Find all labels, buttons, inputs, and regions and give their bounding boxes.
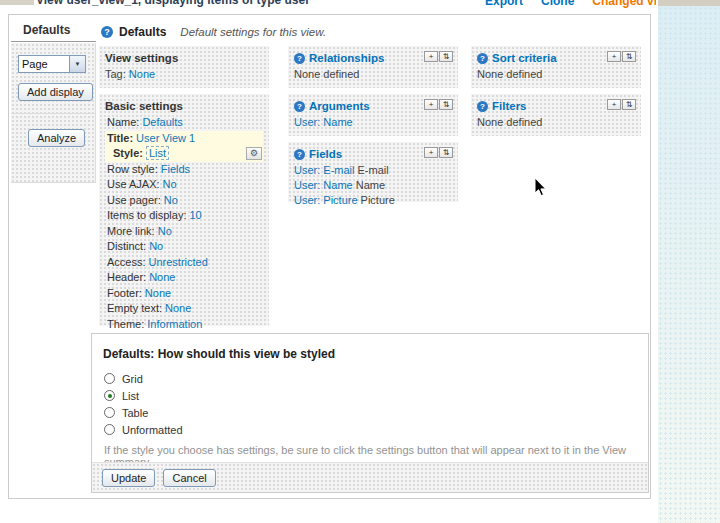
section-actions: + ⇅ (424, 99, 453, 110)
setting-row: Access:Unrestricted ⚙ (105, 255, 263, 271)
page-background-strip (658, 6, 720, 523)
section-sort-criteria: ? Sort criteria + ⇅ None defined (471, 46, 641, 88)
clone-link[interactable]: Clone (541, 0, 574, 8)
field-row: User: PicturePicture (294, 193, 452, 208)
setting-value-link[interactable]: Defaults (142, 116, 182, 128)
help-icon[interactable]: ? (294, 149, 305, 160)
setting-value-link[interactable]: User View 1 (136, 132, 195, 144)
section-fields: ? Fields + ⇅ User: E-mailE-mail User: Na… (288, 142, 458, 202)
cancel-button[interactable]: Cancel (163, 469, 215, 487)
empty-text: None defined (477, 67, 635, 82)
field-link[interactable]: User: Picture (294, 194, 358, 206)
setting-value-link[interactable]: None (145, 287, 171, 299)
tab-defaults-label: Defaults (23, 23, 70, 37)
style-option-label: Grid (122, 373, 143, 385)
setting-value-link[interactable]: None (165, 302, 191, 314)
add-icon[interactable]: + (607, 51, 621, 62)
setting-row: Footer:None ⚙ (105, 286, 263, 302)
export-link[interactable]: Export (485, 0, 523, 8)
setting-value-link[interactable]: No (163, 178, 177, 190)
setting-label: Items to display: (107, 209, 186, 221)
section-title-fields[interactable]: Fields (309, 148, 342, 160)
rearrange-icon[interactable]: ⇅ (439, 99, 453, 110)
help-icon[interactable]: ? (477, 101, 488, 112)
setting-value-link[interactable]: No (158, 225, 172, 237)
radio-icon[interactable] (104, 390, 115, 401)
update-button[interactable]: Update (102, 469, 155, 487)
section-header: View settings (105, 51, 263, 65)
add-icon[interactable]: + (424, 51, 438, 62)
setting-value-link[interactable]: Information (147, 318, 202, 330)
style-option[interactable]: Table (104, 406, 183, 419)
section-title-arguments[interactable]: Arguments (309, 100, 370, 112)
style-option[interactable]: Grid (104, 372, 183, 385)
setting-label: Footer: (107, 287, 142, 299)
rearrange-icon[interactable]: ⇅ (622, 51, 636, 62)
style-option-label: Table (122, 407, 148, 419)
tag-value-link[interactable]: None (129, 68, 155, 80)
field-link[interactable]: User: E-mail (294, 164, 355, 176)
setting-value-link[interactable]: Fields (161, 163, 190, 175)
field-link[interactable]: User: Name (294, 179, 353, 191)
help-icon[interactable]: ? (477, 53, 488, 64)
gear-icon[interactable]: ⚙ (246, 147, 262, 160)
section-actions: + ⇅ (424, 51, 453, 62)
add-icon[interactable]: + (424, 147, 438, 158)
section-title-basic-settings: Basic settings (105, 100, 183, 112)
setting-row: More link:No ⚙ (105, 224, 263, 240)
section-filters: ? Filters + ⇅ None defined (471, 94, 641, 136)
display-controls-panel: Page ▼ Add display Analyze (11, 43, 96, 183)
add-icon[interactable]: + (424, 99, 438, 110)
setting-value-link[interactable]: List (146, 146, 169, 160)
views-ui-page: View user_view_1, displaying items of ty… (0, 0, 720, 523)
setting-value-link[interactable]: No (149, 240, 163, 252)
help-icon[interactable]: ? (294, 53, 305, 64)
section-title-filters[interactable]: Filters (492, 100, 527, 112)
setting-value-link[interactable]: Unrestricted (149, 256, 208, 268)
section-actions: + ⇅ (607, 51, 636, 62)
setting-label: Style: (113, 147, 143, 159)
radio-icon[interactable] (104, 373, 115, 384)
add-icon[interactable]: + (607, 99, 621, 110)
section-header: Basic settings (105, 99, 263, 113)
empty-text: None defined (477, 115, 635, 130)
setting-row: Theme:Information ⚙ (105, 317, 263, 333)
style-options: Grid List Table Unformatted (104, 372, 183, 436)
style-settings-form: Defaults: How should this view be styled… (91, 333, 649, 493)
analyze-button[interactable]: Analyze (28, 129, 85, 147)
tab-defaults[interactable]: Defaults (11, 19, 96, 42)
style-option[interactable]: List (104, 389, 183, 402)
rearrange-icon[interactable]: ⇅ (439, 147, 453, 158)
rearrange-icon[interactable]: ⇅ (622, 99, 636, 110)
radio-icon[interactable] (104, 407, 115, 418)
setting-value-link[interactable]: No (164, 194, 178, 206)
browser-chrome-fragment (0, 0, 34, 5)
argument-link[interactable]: User: Name (294, 116, 353, 128)
display-type-select[interactable]: Page ▼ (18, 55, 86, 73)
section-actions: + ⇅ (607, 99, 636, 110)
tag-label: Tag: (105, 68, 126, 80)
setting-row: Style:List ⚙ (105, 146, 263, 162)
setting-row: Tag: None (105, 67, 263, 82)
changed-view-link[interactable]: Changed view (592, 0, 656, 8)
setting-value-link[interactable]: 10 (189, 209, 201, 221)
setting-row: Title:User View 1 ⚙ (105, 131, 263, 147)
section-title-relationships[interactable]: Relationships (309, 52, 384, 64)
empty-text: None defined (294, 67, 452, 82)
section-title-sort-criteria[interactable]: Sort criteria (492, 52, 557, 64)
setting-row: Use pager:No ⚙ (105, 193, 263, 209)
setting-label: Theme: (107, 318, 144, 330)
rearrange-icon[interactable]: ⇅ (439, 51, 453, 62)
display-header: ? Defaults Default settings for this vie… (101, 23, 326, 41)
add-display-button[interactable]: Add display (18, 83, 93, 101)
style-option[interactable]: Unformatted (104, 423, 183, 436)
radio-icon[interactable] (104, 424, 115, 435)
setting-label: Name: (107, 116, 139, 128)
setting-row: Header:None ⚙ (105, 270, 263, 286)
setting-row: Use AJAX:No ⚙ (105, 177, 263, 193)
help-icon[interactable]: ? (294, 101, 305, 112)
basic-settings-rows: Name:Defaults ⚙ Title:User View 1 ⚙ Styl… (105, 115, 263, 332)
help-icon[interactable]: ? (101, 26, 113, 38)
setting-value-link[interactable]: None (149, 271, 175, 283)
section-header: ? Fields + ⇅ (294, 147, 452, 161)
